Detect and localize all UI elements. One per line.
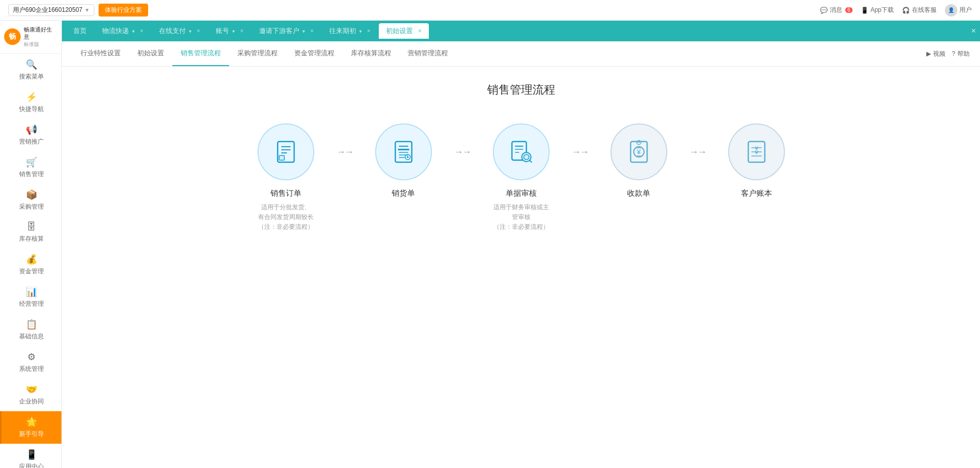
handshake-icon: 🤝	[26, 384, 37, 395]
close-all-tabs-button[interactable]: ×	[971, 26, 976, 36]
flow-circle-customer-ledger[interactable]: ¥ ¥	[728, 123, 785, 180]
tab-label: 往来期初	[329, 26, 356, 36]
online-service-button[interactable]: 🎧 在线客服	[902, 6, 937, 14]
chart-icon: 📊	[26, 286, 37, 298]
sidebar-item-label: 库存核算	[19, 235, 44, 243]
sidebar-item-label: 系统管理	[19, 365, 44, 373]
sidebar-item-sys-mgmt[interactable]: ⚙ 系统管理	[0, 346, 61, 379]
main-body: 销售管理流程	[62, 67, 980, 468]
app-download-button[interactable]: 📱 App下载	[861, 6, 894, 14]
box-icon: 📦	[26, 189, 37, 200]
sidebar-item-purchase-mgmt[interactable]: 📦 采购管理	[0, 184, 61, 216]
money-icon: 💰	[26, 254, 37, 265]
sidebar-item-label: 资金管理	[19, 267, 44, 276]
video-help-button[interactable]: ▶ 视频	[926, 50, 945, 58]
close-icon[interactable]: ×	[310, 27, 314, 35]
trial-button[interactable]: 体验行业方案	[99, 4, 148, 17]
close-icon[interactable]: ×	[197, 27, 200, 35]
megaphone-icon: 📢	[26, 124, 37, 135]
user-profile-button[interactable]: 👤 用户	[945, 4, 972, 17]
headset-icon: 🎧	[902, 7, 910, 14]
page-title: 销售管理流程	[487, 82, 555, 98]
nav-tabs: 首页 物流快递 ▾ × 在线支付 ▾ × 账号 ▾ × 邀请下游客户 ▾ ×	[62, 21, 980, 41]
flow-arrow-2: →→	[450, 147, 475, 158]
tab-initial-setup[interactable]: 初始设置 ×	[379, 23, 429, 39]
sub-tab-marketing-flow[interactable]: 营销管理流程	[399, 41, 456, 66]
chevron-down-icon: ▾	[302, 28, 305, 34]
svg-text:¥: ¥	[636, 148, 641, 156]
tab-home[interactable]: 首页	[66, 23, 94, 39]
sidebar-item-operations-mgmt[interactable]: 📊 经营管理	[0, 281, 61, 314]
sidebar-item-sales-mgmt[interactable]: 🛒 销售管理	[0, 151, 61, 184]
svg-rect-4	[279, 155, 284, 160]
sub-tab-finance-flow[interactable]: 资金管理流程	[286, 41, 343, 66]
tab-payment[interactable]: 在线支付 ▾ ×	[152, 23, 207, 39]
svg-text:¥: ¥	[754, 149, 758, 155]
tab-label: 在线支付	[159, 26, 186, 36]
user-label: 用户690企业1660120507	[13, 6, 83, 14]
logo-version: 标准版	[24, 41, 57, 48]
sidebar-item-inventory[interactable]: 🗄 库存核算	[0, 216, 61, 248]
content-area: 首页 物流快递 ▾ × 在线支付 ▾ × 账号 ▾ × 邀请下游客户 ▾ ×	[62, 21, 980, 468]
sidebar-item-quick-nav[interactable]: ⚡ 快捷导航	[0, 86, 61, 119]
svg-line-20	[529, 160, 532, 162]
close-icon[interactable]: ×	[240, 27, 244, 35]
tab-logistics[interactable]: 物流快递 ▾ ×	[95, 23, 151, 39]
flow-circle-document-review[interactable]	[493, 123, 550, 180]
question-icon: ?	[952, 50, 955, 57]
sub-tab-industry-settings[interactable]: 行业特性设置	[72, 41, 129, 66]
sidebar-item-new-guide[interactable]: 🌟 新手引导	[0, 411, 61, 444]
clipboard-icon: 📋	[26, 319, 37, 330]
flow-arrow-1: →→	[332, 147, 357, 158]
message-icon: 💬	[820, 7, 828, 14]
tab-label: 首页	[73, 26, 87, 36]
flow-item-name: 销售订单	[270, 189, 301, 198]
chevron-down-icon: ▾	[359, 28, 362, 34]
svg-rect-7	[398, 149, 409, 150]
flow-circle-collection-slip[interactable]: ¥	[611, 123, 667, 180]
sub-tab-sales-flow[interactable]: 销售管理流程	[172, 41, 229, 66]
close-icon[interactable]: ×	[367, 27, 371, 35]
flow-circle-sales-order[interactable]	[258, 123, 314, 180]
close-icon[interactable]: ×	[140, 27, 143, 35]
tab-period-initial[interactable]: 往来期初 ▾ ×	[322, 23, 378, 39]
tab-label: 物流快递	[102, 26, 129, 36]
flow-arrow-4: →→	[685, 147, 710, 158]
tab-label: 邀请下游客户	[259, 26, 299, 36]
inventory-icon: 🗄	[27, 222, 36, 232]
close-icon[interactable]: ×	[418, 27, 422, 35]
sub-tab-purchase-flow[interactable]: 采购管理流程	[229, 41, 286, 66]
tab-invite-downstream[interactable]: 邀请下游客户 ▾ ×	[252, 23, 321, 39]
sidebar-item-search[interactable]: 🔍 搜索菜单	[0, 54, 61, 86]
sidebar-item-label: 销售管理	[19, 170, 44, 179]
sub-tab-initial-settings[interactable]: 初始设置	[129, 41, 172, 66]
sidebar-item-marketing-promo[interactable]: 📢 营销推广	[0, 119, 61, 151]
sidebar-item-app-center[interactable]: 📱 应用中心	[0, 444, 61, 468]
sub-tabs-right: ▶ 视频 ? 帮助	[926, 50, 970, 58]
flow-item-collection-slip: ¥ 收款单	[592, 123, 685, 202]
flow-arrow-3: →→	[568, 147, 592, 158]
sidebar-item-label: 新手引导	[19, 430, 44, 439]
mobile-icon: 📱	[26, 449, 37, 460]
sidebar-item-label: 应用中心	[19, 462, 44, 468]
gear-icon: ⚙	[27, 351, 36, 363]
sidebar-item-finance-mgmt[interactable]: 💰 资金管理	[0, 248, 61, 281]
page-content: 行业特性设置 初始设置 销售管理流程 采购管理流程 资金管理流程 库存核算流程	[62, 41, 980, 468]
message-button[interactable]: 💬 消息 6	[820, 6, 853, 14]
chevron-down-icon: ▾	[232, 28, 235, 34]
search-icon: 🔍	[26, 59, 37, 70]
sidebar-item-basic-info[interactable]: 📋 基础信息	[0, 314, 61, 346]
help-button[interactable]: ? 帮助	[952, 50, 970, 58]
tab-account[interactable]: 账号 ▾ ×	[208, 23, 251, 39]
flow-item-sales-invoice: 销货单	[357, 123, 450, 202]
sub-tab-inventory-flow[interactable]: 库存核算流程	[343, 41, 399, 66]
logo-icon: 畅	[4, 28, 21, 45]
user-selector[interactable]: 用户690企业1660120507 ▼	[8, 4, 94, 16]
sidebar-item-enterprise-collab[interactable]: 🤝 企业协同	[0, 379, 61, 411]
flow-item-desc: 适用于分批发货、有合同发货周期较长（注：非必要流程）	[258, 202, 314, 232]
sidebar-item-label: 营销推广	[19, 137, 44, 146]
top-bar: 用户690企业1660120507 ▼ 体验行业方案 💬 消息 6 📱 App下…	[0, 0, 980, 21]
flow-item-name: 单据审核	[506, 189, 537, 198]
tab-label: 账号	[216, 26, 229, 36]
flow-circle-sales-invoice[interactable]	[375, 123, 432, 180]
